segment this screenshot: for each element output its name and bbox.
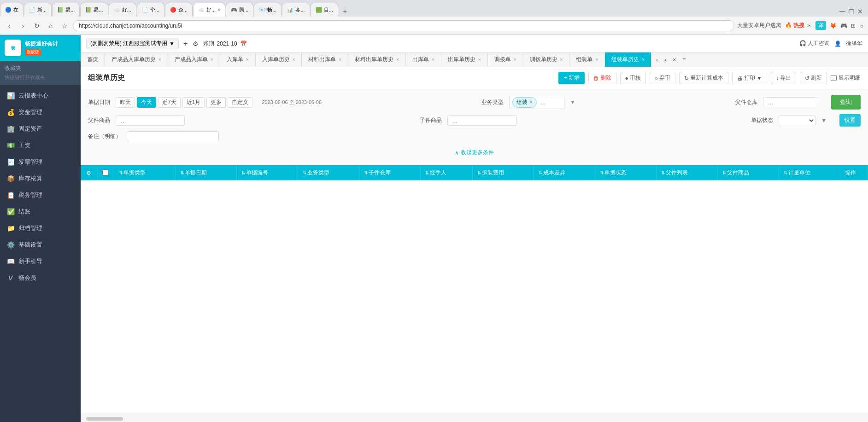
settings-button[interactable]: 设置 xyxy=(839,114,861,127)
browser-tab-9[interactable]: 🎮 腾... xyxy=(226,3,253,17)
tabs-right-arrow[interactable]: › xyxy=(662,55,669,65)
grid-icon[interactable]: ⊞ xyxy=(851,23,856,29)
browser-tab-8[interactable]: ☁️ 好... × xyxy=(193,3,225,17)
forward-button[interactable]: › xyxy=(18,20,29,31)
audit-button[interactable]: ● 审核 xyxy=(620,72,646,84)
sidebar-item-jiezhang[interactable]: ✅ 结账 xyxy=(0,203,81,220)
tab-ccrkd-history-close[interactable]: × xyxy=(158,57,161,62)
tab-close-8[interactable]: × xyxy=(217,7,220,12)
address-input[interactable] xyxy=(73,20,734,31)
col-disassemble-fee[interactable]: ⇅拆装费用 xyxy=(472,165,534,180)
tab-ccrkd-history[interactable]: 产成品入库单历史 × xyxy=(105,52,168,67)
tab-clckd-history[interactable]: 材料出库单历史 × xyxy=(348,52,406,67)
status-select[interactable]: 草稿 已审核 xyxy=(779,115,815,126)
sidebar-item-gongzi[interactable]: 💵 工资 xyxy=(0,137,81,154)
col-type[interactable]: ⇅单据类型 xyxy=(114,165,175,180)
tab-rkd[interactable]: 入库单 × xyxy=(220,52,256,67)
date-today-btn[interactable]: 今天 xyxy=(137,97,156,108)
date-custom-btn[interactable]: 自定义 xyxy=(228,97,252,108)
col-unit[interactable]: ⇅计量单位 xyxy=(779,165,840,180)
calendar-icon[interactable]: 📅 xyxy=(240,40,247,47)
settings-gear-icon[interactable]: ⚙ xyxy=(193,40,199,47)
biz-type-more[interactable]: ... xyxy=(539,98,548,106)
biz-type-filter[interactable]: 组装 × ... xyxy=(509,96,564,109)
browser-tab-7[interactable]: 🔴 企... xyxy=(165,3,193,17)
col-child-warehouse[interactable]: ⇅子件仓库 xyxy=(359,165,420,180)
favorites-open-link[interactable]: 快捷键打开收藏夹 xyxy=(5,74,76,81)
recalculate-button[interactable]: ↻ 重新计算成本 xyxy=(679,72,728,84)
tab-zuzhuangd-close[interactable]: × xyxy=(595,57,598,62)
print-button[interactable]: 🖨 打印 ▼ xyxy=(732,72,767,84)
new-tab-button[interactable]: + xyxy=(339,6,352,17)
sidebar-item-kucun[interactable]: 📦 库存核算 xyxy=(0,170,81,187)
note-input[interactable] xyxy=(127,131,219,141)
browser-minimize-btn[interactable]: ─ xyxy=(839,7,845,17)
select-all-checkbox[interactable] xyxy=(102,169,108,175)
browser-tab-10[interactable]: 📧 畅... xyxy=(254,3,282,17)
human-service-btn[interactable]: 🎧 人工咨询 xyxy=(799,40,830,47)
sidebar-item-shuiwu[interactable]: 📋 税务管理 xyxy=(0,187,81,203)
tab-ccrkd[interactable]: 产成品入库单 × xyxy=(168,52,220,67)
browser-tab-5[interactable]: ☁️ 好... xyxy=(109,3,136,17)
tab-ccrkd-close[interactable]: × xyxy=(211,57,213,62)
tab-diaobod[interactable]: 调拨单 × xyxy=(488,52,523,67)
tab-diaobod-history-close[interactable]: × xyxy=(560,57,563,62)
browser-tab-3[interactable]: 📗 易... xyxy=(52,3,80,17)
col-number[interactable]: ⇅单据编号 xyxy=(236,165,298,180)
show-detail-input[interactable] xyxy=(831,75,837,81)
tab-diaobod-close[interactable]: × xyxy=(514,57,516,62)
home-button[interactable]: ⌂ xyxy=(45,20,56,31)
scrollbar-thumb[interactable] xyxy=(86,417,123,421)
sidebar-item-jichu[interactable]: ⚙️ 基础设置 xyxy=(0,237,81,253)
browser-maximize-btn[interactable]: □ xyxy=(849,7,854,17)
tab-ckd-history-close[interactable]: × xyxy=(478,57,481,62)
bookmark-button[interactable]: ☆ xyxy=(59,20,70,31)
date-yesterday-btn[interactable]: 昨天 xyxy=(116,97,135,108)
show-detail-checkbox[interactable]: 显示明细 xyxy=(831,74,861,82)
col-status[interactable]: ⇅单据状态 xyxy=(595,165,656,180)
sidebar-item-huiyuan[interactable]: V 畅会员 xyxy=(0,270,81,286)
sidebar-item-yunbaobiao[interactable]: 📊 云报表中心 xyxy=(0,87,81,104)
date-more-btn[interactable]: 更多 xyxy=(206,97,226,108)
horizontal-scrollbar[interactable] xyxy=(81,415,868,422)
child-goods-more[interactable]: ... xyxy=(451,117,460,124)
parent-warehouse-more[interactable]: ... xyxy=(766,98,775,106)
export-button[interactable]: ↓ 导出 xyxy=(771,72,796,84)
settings-icon[interactable]: ☼ xyxy=(859,23,864,29)
date-7days-btn[interactable]: 近7天 xyxy=(158,97,181,108)
browser-tab-2[interactable]: 📄 新... xyxy=(24,3,52,17)
parent-warehouse-filter[interactable]: ... xyxy=(763,97,818,107)
browser-tab-1[interactable]: 🔵 在 xyxy=(0,3,23,17)
translate-icon[interactable]: 译 xyxy=(815,21,826,30)
tabs-left-arrow[interactable]: ‹ xyxy=(653,55,661,65)
company-selector[interactable]: (勿删勿禁用) 江西服宝测试专用 ▼ xyxy=(86,38,179,49)
biz-type-remove[interactable]: × xyxy=(529,99,533,105)
col-checkbox[interactable] xyxy=(97,165,114,180)
date-1month-btn[interactable]: 近1月 xyxy=(182,97,205,108)
tab-clckd-history-close[interactable]: × xyxy=(396,57,399,62)
col-parent-list[interactable]: ⇅父件列表 xyxy=(656,165,717,180)
sidebar-item-gudingzichan[interactable]: 🏢 固定资产 xyxy=(0,121,81,137)
browser-tab-11[interactable]: 📊 各... xyxy=(282,3,310,17)
col-parent-goods[interactable]: ⇅父件商品 xyxy=(717,165,779,180)
back-button[interactable]: ‹ xyxy=(4,20,15,31)
abandon-button[interactable]: ○ 弃审 xyxy=(650,72,675,84)
tab-rkd-history-close[interactable]: × xyxy=(293,57,295,62)
col-biz-type[interactable]: ⇅业务类型 xyxy=(298,165,359,180)
add-button[interactable]: + 新增 xyxy=(558,72,584,84)
tab-ckd[interactable]: 出库单 × xyxy=(406,52,441,67)
sidebar-item-fapiao[interactable]: 🧾 发票管理 xyxy=(0,154,81,170)
parent-goods-more[interactable]: ... xyxy=(119,117,128,124)
browser-tab-12[interactable]: 🟩 目... xyxy=(311,3,338,17)
sidebar-item-xinshou[interactable]: 📖 新手引导 xyxy=(0,253,81,270)
tab-ckd-close[interactable]: × xyxy=(432,57,434,62)
browser-close-btn[interactable]: × xyxy=(857,7,862,17)
col-handler[interactable]: ⇅经手人 xyxy=(420,165,472,180)
browser-tab-6[interactable]: 📄 个... xyxy=(137,3,164,17)
biz-type-dropdown-icon[interactable]: ▼ xyxy=(570,99,575,105)
tab-diaobod-history[interactable]: 调拨单历史 × xyxy=(523,52,570,67)
tab-zuzhuangd-history-close[interactable]: × xyxy=(642,57,645,62)
collapse-conditions-btn[interactable]: ∧ 收起更多条件 xyxy=(88,146,861,159)
tab-zuzhuangd-history[interactable]: 组装单历史 × xyxy=(605,52,651,67)
tab-ckd-history[interactable]: 出库单历史 × xyxy=(441,52,488,67)
